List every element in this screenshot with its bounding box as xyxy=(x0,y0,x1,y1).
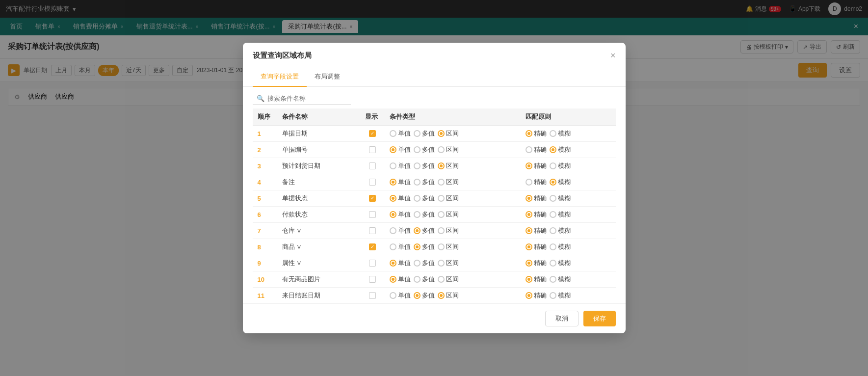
radio-type-range[interactable]: 区间 xyxy=(438,210,459,219)
radio-match-exact[interactable]: 精确 xyxy=(526,291,547,300)
radio-type-range[interactable]: 区间 xyxy=(438,226,459,235)
radio-match-fuzzy[interactable]: 模糊 xyxy=(550,210,571,219)
radio-type-multi[interactable]: 多值 xyxy=(414,291,435,300)
dialog-close-button[interactable]: × xyxy=(610,51,616,61)
checkbox[interactable] xyxy=(369,243,376,250)
radio-type-single[interactable]: 单值 xyxy=(390,145,411,154)
checkbox[interactable] xyxy=(369,276,376,283)
checkbox[interactable] xyxy=(369,292,376,299)
radio-type-range[interactable]: 区间 xyxy=(438,275,459,284)
radio-type-single[interactable]: 单值 xyxy=(390,194,411,203)
radio-type-multi[interactable]: 多值 xyxy=(414,259,435,268)
radio-type-range[interactable]: 区间 xyxy=(438,178,459,187)
radio-match-exact[interactable]: 精确 xyxy=(526,194,547,203)
radio-type-range[interactable]: 区间 xyxy=(438,259,459,268)
radio-type-multi[interactable]: 多值 xyxy=(414,161,435,170)
radio-match-fuzzy[interactable]: 模糊 xyxy=(550,259,571,268)
radio-type-multi[interactable]: 多值 xyxy=(414,178,435,187)
col-header-display: 显示 xyxy=(360,108,385,126)
dialog-search-area: 🔍 xyxy=(243,87,626,108)
row-match: 精确模糊 xyxy=(521,207,615,223)
radio-match-fuzzy[interactable]: 模糊 xyxy=(550,291,571,300)
row-match: 精确模糊 xyxy=(521,190,615,207)
radio-type-range[interactable]: 区间 xyxy=(438,161,459,170)
row-type: 单值多值区间 xyxy=(385,223,521,239)
row-name: 付款状态 xyxy=(277,207,360,223)
radio-type-single[interactable]: 单值 xyxy=(390,129,411,138)
row-display-checkbox xyxy=(360,207,385,223)
table-row: 8商品 ∨单值多值区间精确模糊 xyxy=(253,239,616,255)
table-row: 10有无商品图片单值多值区间精确模糊 xyxy=(253,271,616,288)
radio-type-single[interactable]: 单值 xyxy=(390,291,411,300)
table-row: 6付款状态单值多值区间精确模糊 xyxy=(253,207,616,223)
radio-match-fuzzy[interactable]: 模糊 xyxy=(550,178,571,187)
radio-match-exact[interactable]: 精确 xyxy=(526,161,547,170)
checkbox[interactable] xyxy=(369,162,376,169)
radio-match-exact[interactable]: 精确 xyxy=(526,145,547,154)
radio-type-single[interactable]: 单值 xyxy=(390,259,411,268)
radio-match-exact[interactable]: 精确 xyxy=(526,129,547,138)
checkbox[interactable] xyxy=(369,195,376,202)
checkbox[interactable] xyxy=(369,227,376,234)
row-name: 有无商品图片 xyxy=(277,271,360,288)
table-row: 9属性 ∨单值多值区间精确模糊 xyxy=(253,255,616,271)
radio-match-fuzzy[interactable]: 模糊 xyxy=(550,161,571,170)
checkbox[interactable] xyxy=(369,146,376,153)
table-row: 2单据编号单值多值区间精确模糊 xyxy=(253,142,616,158)
dialog-tab-fields[interactable]: 查询字段设置 xyxy=(253,67,307,87)
radio-type-single[interactable]: 单值 xyxy=(390,161,411,170)
row-name: 单据状态 xyxy=(277,190,360,207)
row-match: 精确模糊 xyxy=(521,158,615,174)
radio-type-multi[interactable]: 多值 xyxy=(414,210,435,219)
radio-match-fuzzy[interactable]: 模糊 xyxy=(550,242,571,251)
table-row: 4备注单值多值区间精确模糊 xyxy=(253,174,616,190)
row-type: 单值多值区间 xyxy=(385,158,521,174)
row-display-checkbox xyxy=(360,255,385,271)
row-name: 备注 xyxy=(277,174,360,190)
radio-type-range[interactable]: 区间 xyxy=(438,242,459,251)
radio-type-single[interactable]: 单值 xyxy=(390,226,411,235)
search-icon: 🔍 xyxy=(257,95,264,102)
radio-match-exact[interactable]: 精确 xyxy=(526,259,547,268)
radio-type-multi[interactable]: 多值 xyxy=(414,242,435,251)
row-display-checkbox xyxy=(360,158,385,174)
checkbox[interactable] xyxy=(369,179,376,186)
search-input[interactable] xyxy=(267,95,341,102)
radio-type-range[interactable]: 区间 xyxy=(438,129,459,138)
search-input-wrap: 🔍 xyxy=(253,93,351,105)
table-row: 3预计到货日期单值多值区间精确模糊 xyxy=(253,158,616,174)
radio-type-multi[interactable]: 多值 xyxy=(414,145,435,154)
cancel-button[interactable]: 取消 xyxy=(545,311,579,326)
radio-type-multi[interactable]: 多值 xyxy=(414,194,435,203)
row-match: 精确模糊 xyxy=(521,142,615,158)
radio-match-fuzzy[interactable]: 模糊 xyxy=(550,129,571,138)
radio-type-multi[interactable]: 多值 xyxy=(414,275,435,284)
dialog-tab-layout[interactable]: 布局调整 xyxy=(307,67,348,87)
checkbox[interactable] xyxy=(369,130,376,137)
radio-type-single[interactable]: 单值 xyxy=(390,210,411,219)
radio-match-fuzzy[interactable]: 模糊 xyxy=(550,194,571,203)
conditions-table: 顺序 条件名称 显示 条件类型 匹配原则 1单据日期单值多值区间精确模糊2单据编… xyxy=(253,108,616,303)
radio-match-exact[interactable]: 精确 xyxy=(526,226,547,235)
radio-type-range[interactable]: 区间 xyxy=(438,194,459,203)
row-name: 预计到货日期 xyxy=(277,158,360,174)
radio-type-multi[interactable]: 多值 xyxy=(414,129,435,138)
radio-match-fuzzy[interactable]: 模糊 xyxy=(550,145,571,154)
checkbox[interactable] xyxy=(369,211,376,218)
radio-type-multi[interactable]: 多值 xyxy=(414,226,435,235)
checkbox[interactable] xyxy=(369,260,376,267)
radio-type-single[interactable]: 单值 xyxy=(390,275,411,284)
radio-match-exact[interactable]: 精确 xyxy=(526,210,547,219)
save-button[interactable]: 保存 xyxy=(583,311,616,326)
radio-match-exact[interactable]: 精确 xyxy=(526,275,547,284)
col-header-match: 匹配原则 xyxy=(521,108,615,126)
radio-match-exact[interactable]: 精确 xyxy=(526,178,547,187)
radio-type-range[interactable]: 区间 xyxy=(438,291,459,300)
row-match: 精确模糊 xyxy=(521,126,615,142)
radio-match-fuzzy[interactable]: 模糊 xyxy=(550,226,571,235)
radio-type-single[interactable]: 单值 xyxy=(390,178,411,187)
radio-match-exact[interactable]: 精确 xyxy=(526,242,547,251)
radio-match-fuzzy[interactable]: 模糊 xyxy=(550,275,571,284)
radio-type-single[interactable]: 单值 xyxy=(390,242,411,251)
radio-type-range[interactable]: 区间 xyxy=(438,145,459,154)
